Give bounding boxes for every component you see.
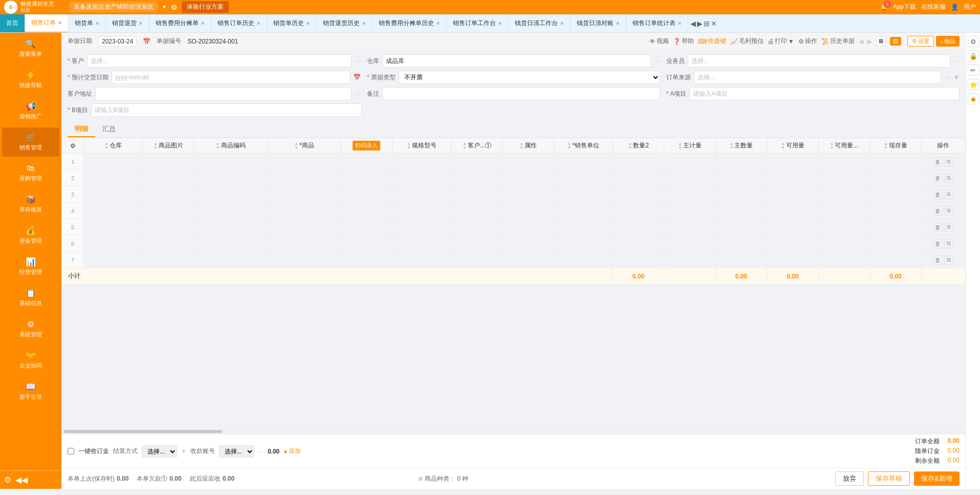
col-spec[interactable]: ▲▼规格型号: [393, 138, 451, 154]
sidebar-item-purchase[interactable]: 🛍 采购管理: [2, 159, 59, 187]
payment-method-select[interactable]: 选择...: [142, 445, 177, 458]
tab-close-icon[interactable]: ✕: [436, 20, 440, 26]
tab-next-button[interactable]: ▶: [697, 19, 703, 28]
tab-sales-return[interactable]: 销货退货 ✕: [106, 14, 149, 33]
dropdown-arrow-icon[interactable]: ▼: [162, 4, 167, 10]
copy-row-button[interactable]: ⧉: [944, 239, 953, 248]
card-view-button[interactable]: ▤: [890, 37, 901, 46]
one-click-label[interactable]: 一键收订金: [78, 447, 109, 456]
profit-link[interactable]: 📈 毛利预估: [730, 37, 764, 46]
account-select[interactable]: 选择...: [219, 445, 254, 458]
tab-cash-reconcile[interactable]: 钱货日清对账 ✕: [571, 14, 626, 33]
sidebar-item-inventory[interactable]: 📦 库存核算: [2, 189, 59, 219]
print-link[interactable]: 🖨 打印 ▼: [768, 37, 794, 46]
shortcut-link[interactable]: ⌨ 快捷键: [698, 37, 726, 46]
customer-dots-icon[interactable]: ···: [356, 57, 361, 64]
col-main-unit[interactable]: ▲▼主计量: [664, 138, 716, 154]
warehouse-input[interactable]: [382, 54, 651, 68]
tab-close-all-button[interactable]: ✕: [711, 19, 717, 28]
col-stock-qty[interactable]: ▲▼现存量: [870, 138, 922, 154]
view-video-link[interactable]: 👁 视频: [649, 37, 669, 46]
detail-tab-detail[interactable]: 明细: [68, 122, 95, 137]
a-project-input[interactable]: [689, 87, 960, 100]
copy-row-button[interactable]: ⧉: [944, 157, 953, 166]
order-source-dots-icon[interactable]: ···: [945, 74, 950, 81]
delete-row-button[interactable]: 🗑: [933, 255, 943, 265]
save-new-button[interactable]: 保存&新增: [914, 471, 960, 486]
solution-button[interactable]: 体验行业方案: [182, 1, 229, 13]
operation-link[interactable]: ⚙ 操作: [798, 37, 817, 46]
addr-dots-icon[interactable]: ···: [356, 90, 361, 97]
history-link[interactable]: 📜 历史单据: [821, 37, 855, 46]
scrollbar-thumb[interactable]: [63, 430, 222, 433]
warehouse-dots-icon[interactable]: ···: [655, 57, 660, 64]
col-warehouse[interactable]: ▲▼仓库: [84, 138, 143, 154]
right-tool-edit-button[interactable]: ✏: [968, 64, 979, 76]
help-link[interactable]: ❓ 帮助: [673, 37, 694, 46]
tab-sales-order-hist[interactable]: 销售订单历史 ✕: [211, 14, 267, 33]
col-avail-qty2[interactable]: ▲▼可用量...: [818, 138, 870, 154]
tab-close-icon[interactable]: ✕: [616, 20, 620, 26]
sidebar-item-search[interactable]: 🔍 搜索菜单: [2, 34, 59, 63]
sidebar-item-finance[interactable]: 💰 资金管理: [2, 221, 59, 250]
delete-row-button[interactable]: 🗑: [933, 206, 943, 216]
horizontal-scrollbar[interactable]: [61, 429, 966, 434]
tab-sales-stats[interactable]: 销售订单统计表 ✕: [626, 14, 688, 33]
col-product-img[interactable]: ▲▼商品图片: [142, 138, 194, 154]
delete-row-button[interactable]: 🗑: [933, 239, 943, 248]
salesperson-dots-icon[interactable]: ···: [954, 57, 960, 64]
tab-home[interactable]: 首页: [0, 14, 25, 33]
copy-row-button[interactable]: ⧉: [944, 223, 953, 232]
tab-close-icon[interactable]: ✕: [560, 20, 564, 26]
tab-close-icon[interactable]: ✕: [256, 20, 260, 26]
tab-prev-button[interactable]: ◀: [690, 19, 696, 28]
sidebar-settings-icon[interactable]: ⚙: [4, 475, 11, 485]
salesperson-input[interactable]: [688, 54, 950, 68]
tab-close-icon[interactable]: ✕: [139, 20, 143, 26]
col-product-code[interactable]: ▲▼商品编码: [194, 138, 268, 154]
right-tool-lock-button[interactable]: 🔒: [968, 50, 979, 61]
tab-close-icon[interactable]: ✕: [498, 20, 502, 26]
col-qty2[interactable]: ▲▼数量2: [613, 138, 664, 154]
sidebar-item-base[interactable]: 📋 基础信息: [2, 283, 59, 312]
delete-row-button[interactable]: 🗑: [933, 157, 943, 166]
tab-sales-expense[interactable]: 销售费用分摊单 ✕: [149, 14, 211, 33]
delivery-date-input[interactable]: [112, 71, 350, 84]
sidebar-item-nav[interactable]: ⚡ 快捷导航: [2, 65, 59, 94]
sidebar-item-collab[interactable]: 🤝 企业协同: [2, 346, 59, 375]
right-tool-settings-button[interactable]: ⚙: [968, 36, 979, 47]
customer-addr-input[interactable]: [95, 87, 352, 100]
sidebar-item-guide[interactable]: 📖 新手引导: [2, 377, 59, 406]
add-item-button[interactable]: + 物品: [936, 36, 960, 47]
tab-close-icon[interactable]: ✕: [678, 20, 682, 26]
calendar-icon[interactable]: 📅: [143, 38, 150, 45]
save-draft-button[interactable]: 保存草稿: [868, 471, 910, 486]
account-dots-icon[interactable]: ···: [258, 448, 264, 455]
delete-row-button[interactable]: 🗑: [933, 223, 943, 232]
sidebar-collapse-icon[interactable]: ◀◀: [15, 475, 28, 485]
invoice-type-select[interactable]: 不开票: [399, 71, 660, 84]
col-attr[interactable]: ▲▼属性: [503, 138, 554, 154]
col-product[interactable]: ▲▼*商品: [267, 138, 341, 154]
right-tool-alert-button[interactable]: ◆: [968, 93, 979, 104]
app-download-link[interactable]: App下载: [893, 3, 916, 11]
sidebar-item-business[interactable]: 📊 经营管理: [2, 252, 59, 281]
single-date-value[interactable]: 2023-03-24: [98, 36, 137, 47]
tab-sales-invoice[interactable]: 销货单 ✕: [69, 14, 106, 33]
b-project-input[interactable]: [91, 103, 362, 117]
tab-order-workbench[interactable]: 销售订单工作台 ✕: [447, 14, 509, 33]
remark-input[interactable]: [382, 87, 660, 100]
settings-button[interactable]: ⚙ 设置: [907, 36, 934, 47]
sidebar-item-marketing[interactable]: 📢 营销推广: [2, 96, 59, 125]
delivery-date-calendar-icon[interactable]: 📅: [353, 74, 361, 81]
tab-close-icon[interactable]: ✕: [306, 20, 310, 26]
tab-close-icon[interactable]: ✕: [201, 20, 205, 26]
discard-button[interactable]: 放弃: [835, 471, 864, 486]
order-source-input[interactable]: [694, 71, 941, 84]
grid-view-button[interactable]: ⊞: [876, 36, 886, 46]
scan-input-button[interactable]: 扫码录入: [353, 141, 380, 150]
delete-row-button[interactable]: 🗑: [933, 190, 943, 199]
tab-invoice-hist[interactable]: 销货单历史 ✕: [267, 14, 317, 33]
col-sales-unit[interactable]: ▲▼*销售单位: [554, 138, 613, 154]
settings-gear-icon[interactable]: ⚙: [171, 3, 178, 11]
